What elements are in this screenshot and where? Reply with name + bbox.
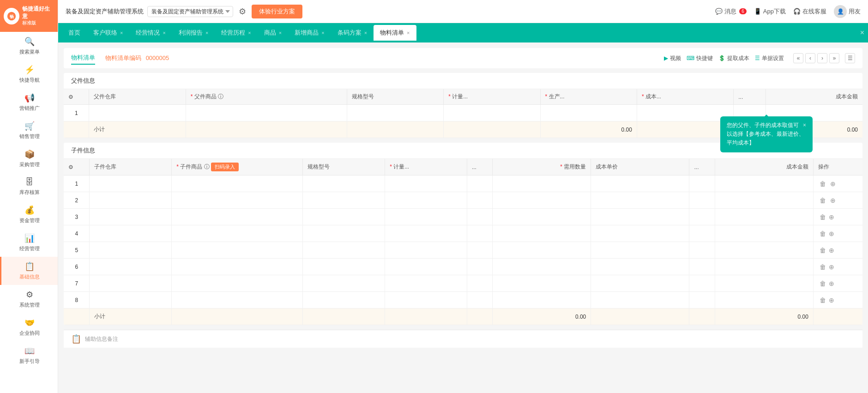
child-row-1-unit-cost[interactable]: [591, 175, 689, 192]
tab-customers-label: 客户联络: [93, 29, 117, 37]
tab-bom-close[interactable]: ×: [407, 30, 410, 36]
child-subtotal-cost-amount: 0.00: [715, 308, 813, 325]
sidebar-item-system[interactable]: ⚙ 系统管理: [0, 285, 58, 313]
tooltip-close-btn[interactable]: ×: [803, 121, 806, 130]
purchase-icon: 📦: [24, 149, 35, 159]
delete-row-6-btn[interactable]: 🗑: [818, 263, 827, 271]
tab-customers[interactable]: 客户联络 ×: [87, 25, 129, 41]
copy-row-7-btn[interactable]: ⊕: [827, 280, 836, 287]
tab-customers-close[interactable]: ×: [120, 30, 123, 36]
page-prev-prev[interactable]: «: [793, 53, 803, 63]
sidebar-item-finance[interactable]: 💰 资金管理: [0, 200, 58, 229]
delete-row-8-btn[interactable]: 🗑: [818, 296, 827, 304]
parent-subtotal-empty3: [347, 121, 443, 138]
app-download-button[interactable]: 📱 App下载: [754, 7, 786, 16]
child-col-settings[interactable]: ⚙: [64, 159, 90, 175]
child-row-4: 4 🗑⊕: [64, 225, 862, 242]
message-badge: 6: [739, 8, 747, 14]
child-row-1-warehouse[interactable]: [90, 175, 172, 192]
copy-row-6-btn[interactable]: ⊕: [827, 263, 836, 271]
parent-row-1-cost[interactable]: [637, 105, 733, 121]
parent-table-header: ⚙ 父件仓库 * 父件商品 ⓘ 规格型号 * 计量... * 生产... * 成…: [64, 89, 862, 105]
tab-profit-close[interactable]: ×: [205, 30, 208, 36]
child-row-2-unit-cost[interactable]: [591, 192, 689, 209]
online-service-button[interactable]: 🎧 在线客服: [793, 7, 826, 16]
child-row-2-quantity[interactable]: [493, 192, 591, 209]
doc-settings-icon: ☰: [755, 55, 760, 61]
tab-profit[interactable]: 利润报告 ×: [172, 25, 215, 41]
tab-products[interactable]: 商品 ×: [258, 25, 288, 41]
sidebar-item-marketing[interactable]: 📢 营销推广: [0, 88, 58, 116]
user-button[interactable]: 👤 用友: [834, 5, 861, 18]
close-all-tabs[interactable]: ×: [860, 29, 864, 37]
tab-history-close[interactable]: ×: [248, 30, 251, 36]
sidebar-item-search[interactable]: 🔍 搜索菜单: [0, 32, 58, 60]
copy-row-4-btn[interactable]: ⊕: [827, 230, 836, 237]
tab-bom[interactable]: 物料清单 ×: [374, 25, 416, 41]
copy-row-3-btn[interactable]: ⊕: [827, 213, 836, 221]
tab-newproducts-close[interactable]: ×: [321, 30, 324, 36]
parent-col-settings[interactable]: ⚙: [64, 89, 89, 105]
copy-row-5-btn[interactable]: ⊕: [827, 247, 836, 254]
delete-row-4-btn[interactable]: 🗑: [818, 230, 827, 237]
parent-row-1-warehouse[interactable]: [89, 105, 186, 121]
delete-row-2-btn[interactable]: 🗑: [818, 197, 827, 204]
parent-row-1-product[interactable]: [186, 105, 347, 121]
copy-row-1-btn[interactable]: ⊕: [829, 180, 837, 187]
delete-row-7-btn[interactable]: 🗑: [818, 280, 827, 287]
child-row-2-product[interactable]: [172, 192, 303, 209]
tab-operation-history[interactable]: 经营历程 ×: [215, 25, 257, 41]
tab-new-products[interactable]: 新增商品 ×: [288, 25, 331, 41]
sidebar-item-cooperation[interactable]: 🤝 企业协同: [0, 313, 58, 341]
sidebar-item-quicknav[interactable]: ⚡ 快捷导航: [0, 60, 58, 88]
child-row-1-spec[interactable]: [303, 175, 385, 192]
copy-row-8-btn[interactable]: ⊕: [827, 296, 836, 304]
cost-button[interactable]: 💲 提取成本: [718, 54, 749, 62]
tab-operation-status[interactable]: 经营情况 ×: [129, 25, 172, 41]
sidebar-item-sales[interactable]: 🛒 销售管理: [0, 116, 58, 145]
parent-row-1-spec[interactable]: [347, 105, 443, 121]
view-button[interactable]: ▶ 视频: [664, 54, 681, 62]
system-select[interactable]: 装备及固定资产辅助管理系统: [147, 6, 233, 17]
sidebar-label-purchase: 采购管理: [19, 161, 40, 168]
sidebar-item-operation[interactable]: 📊 经营管理: [0, 229, 58, 257]
tab-operation-close[interactable]: ×: [163, 30, 165, 36]
trial-button[interactable]: 体验行业方案: [252, 5, 302, 18]
scan-button[interactable]: 扫码录入: [211, 163, 239, 171]
sidebar-label-operation: 经营管理: [19, 245, 40, 252]
tab-home[interactable]: 首页: [62, 25, 87, 41]
sidebar-item-guide[interactable]: 📖 新手引导: [0, 341, 58, 369]
shortcut-button[interactable]: ⌨ 快捷键: [687, 54, 713, 62]
tab-barcode[interactable]: 条码方案 ×: [331, 25, 374, 41]
child-col-spec: 规格型号: [303, 159, 385, 175]
child-row-1-unit[interactable]: [385, 175, 467, 192]
message-button[interactable]: 💬 消息 6: [715, 7, 747, 16]
sidebar-item-purchase[interactable]: 📦 采购管理: [0, 145, 58, 173]
child-row-2-spec[interactable]: [303, 192, 385, 209]
child-row-2-warehouse[interactable]: [90, 192, 172, 209]
sidebar-item-inventory[interactable]: 🗄 库存核算: [0, 173, 58, 200]
delete-row-5-btn[interactable]: 🗑: [818, 247, 827, 254]
topbar-right: 💬 消息 6 📱 App下载 🎧 在线客服 👤 用友: [715, 5, 861, 18]
delete-row-1-btn[interactable]: 🗑: [818, 180, 827, 187]
sub-tab-bom[interactable]: 物料清单: [71, 52, 95, 65]
settings-doc-button[interactable]: ☰ 单据设置: [755, 54, 784, 62]
child-row-7: 7 🗑⊕: [64, 275, 862, 292]
parent-col-unit: * 计量...: [444, 89, 540, 105]
child-row-2-unit[interactable]: [385, 192, 467, 209]
parent-row-1-production[interactable]: [540, 105, 637, 121]
page-next[interactable]: ›: [817, 53, 827, 63]
settings-icon[interactable]: ⚙: [237, 5, 248, 18]
child-row-1-product[interactable]: [172, 175, 303, 192]
child-row-1-quantity[interactable]: [493, 175, 591, 192]
page-next-next[interactable]: »: [829, 53, 839, 63]
table-view-toggle[interactable]: ☰: [845, 53, 855, 63]
sidebar-item-basicinfo[interactable]: 📋 基础信息: [0, 257, 58, 285]
notes-label: 辅助信息备注: [85, 335, 118, 343]
tab-barcode-close[interactable]: ×: [364, 30, 367, 36]
page-prev[interactable]: ‹: [805, 53, 815, 63]
parent-row-1-unit[interactable]: [444, 105, 540, 121]
tab-products-close[interactable]: ×: [279, 30, 282, 36]
copy-row-2-btn[interactable]: ⊕: [829, 197, 837, 204]
delete-row-3-btn[interactable]: 🗑: [818, 213, 827, 221]
